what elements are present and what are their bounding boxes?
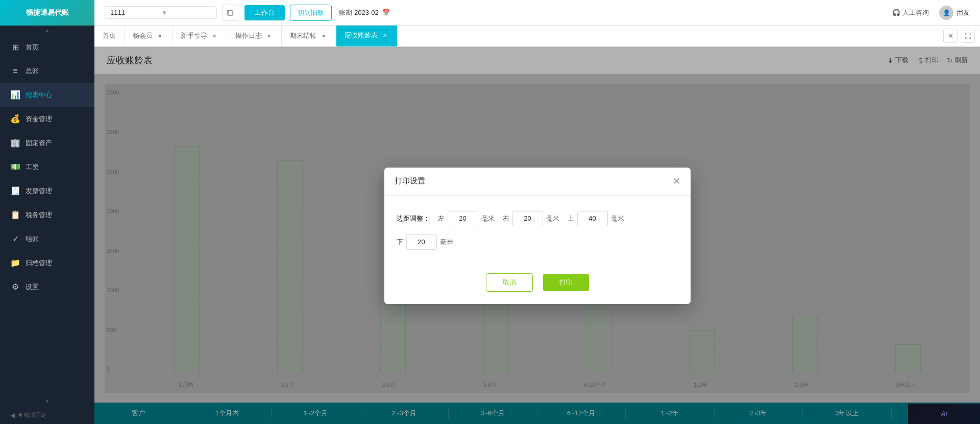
sidebar-label-tax: 税务管理 bbox=[26, 210, 52, 220]
sidebar-label-settings: 设置 bbox=[26, 282, 39, 292]
sidebar-item-reports[interactable]: 📊 报表中心 bbox=[0, 83, 94, 107]
bottom-label: 下 bbox=[397, 238, 403, 247]
sidebar-item-home[interactable]: ⊞ 首页 bbox=[0, 35, 94, 59]
sidebar-scroll-bottom[interactable]: ▼ bbox=[0, 396, 94, 406]
tab-oplog-label: 操作日志 bbox=[235, 31, 262, 40]
margin-right-input[interactable] bbox=[512, 211, 543, 226]
payroll-icon: 💵 bbox=[10, 162, 20, 172]
left-label: 左 bbox=[438, 214, 445, 223]
tab-aging[interactable]: 应收账龄表 ✕ bbox=[336, 26, 398, 46]
tabs-actions: ✕ ⛶ bbox=[943, 29, 980, 43]
tab-oplog-close[interactable]: ✕ bbox=[265, 32, 273, 40]
margin-left-group: 左 毫米 bbox=[438, 211, 495, 226]
confirm-print-button[interactable]: 打印 bbox=[543, 274, 589, 291]
tabs-bar: 首页 畅会员 ✕ 新手引导 ✕ 操作日志 ✕ 期末结转 ✕ 应收账龄表 ✕ bbox=[94, 26, 980, 47]
tab-home[interactable]: 首页 bbox=[94, 26, 125, 46]
company-selector[interactable]: 1111 ▾ bbox=[105, 6, 217, 19]
user-avatar: 👤 bbox=[939, 6, 953, 20]
sidebar-item-ledger[interactable]: ≡ 总账 bbox=[0, 59, 94, 83]
close-tab-button[interactable]: ✕ bbox=[943, 29, 958, 43]
tab-period-end[interactable]: 期末结转 ✕ bbox=[282, 26, 336, 46]
tab-guide[interactable]: 新手引导 ✕ bbox=[173, 26, 227, 46]
sidebar-item-invoice[interactable]: 🧾 发票管理 bbox=[0, 179, 94, 203]
sidebar-scroll-top[interactable]: ▲ bbox=[0, 26, 94, 35]
home-icon: ⊞ bbox=[10, 42, 20, 52]
sidebar-item-archive[interactable]: 📁 归档管理 bbox=[0, 251, 94, 275]
sidebar-item-payroll[interactable]: 💵 工资 bbox=[0, 155, 94, 179]
invoice-icon: 🧾 bbox=[10, 186, 20, 196]
dialog-footer: 取消 打印 bbox=[384, 265, 691, 304]
period-label: 账期 bbox=[339, 8, 352, 17]
ledger-icon: ≡ bbox=[10, 66, 20, 76]
top-header: 畅捷通易代账 1111 ▾ 工作台 切到旧版 账期 2023-02 📅 🎧 人工… bbox=[0, 0, 980, 26]
company-name: 1111 bbox=[110, 9, 159, 16]
bottom-unit: 毫米 bbox=[440, 238, 453, 247]
period-area: 账期 2023-02 📅 bbox=[339, 8, 390, 17]
margin-bottom-input[interactable] bbox=[406, 234, 437, 250]
page-content: 应收账龄表 ⬇ 下载 🖨 打印 ↻ 刷新 bbox=[94, 47, 980, 424]
margin-left-input[interactable] bbox=[448, 211, 478, 226]
collapse-icon: ◀ bbox=[10, 412, 15, 419]
company-dropdown-arrow: ▾ bbox=[163, 9, 211, 16]
sidebar-label-payroll: 工资 bbox=[26, 162, 39, 172]
workbench-button[interactable]: 工作台 bbox=[244, 5, 285, 20]
reports-icon: 📊 bbox=[10, 90, 20, 100]
sidebar-item-settings[interactable]: ⚙ 设置 bbox=[0, 275, 94, 299]
switch-version-button[interactable]: 切到旧版 bbox=[290, 5, 332, 21]
copy-icon bbox=[226, 9, 234, 17]
tab-member-label: 畅会员 bbox=[133, 31, 153, 40]
svg-rect-0 bbox=[228, 11, 233, 15]
user-name: 用友 bbox=[957, 8, 970, 17]
user-area[interactable]: 👤 用友 bbox=[939, 6, 970, 20]
sidebar-item-tax[interactable]: 📋 税务管理 bbox=[0, 203, 94, 227]
tab-guide-close[interactable]: ✕ bbox=[210, 32, 218, 40]
right-label: 右 bbox=[503, 214, 509, 223]
top-label: 上 bbox=[568, 214, 574, 223]
tab-period-end-close[interactable]: ✕ bbox=[320, 32, 328, 40]
right-unit: 毫米 bbox=[546, 214, 559, 223]
sidebar-item-assets[interactable]: 🏢 固定资产 bbox=[0, 131, 94, 155]
main-layout: ▲ ⊞ 首页 ≡ 总账 📊 报表中心 💰 资金管理 🏢 固定资产 💵 工资 🧾 bbox=[0, 26, 980, 424]
period-value: 2023-02 bbox=[354, 9, 379, 16]
sidebar-label-invoice: 发票管理 bbox=[26, 186, 52, 196]
sidebar-label-assets: 固定资产 bbox=[26, 138, 52, 148]
assets-icon: 🏢 bbox=[10, 138, 20, 148]
collapse-sidebar-button[interactable]: ◀ ◀ 收消固定 bbox=[0, 406, 94, 424]
archive-icon: 📁 bbox=[10, 258, 20, 268]
margin-settings-row: 边距调整： 左 毫米 右 毫米 bbox=[397, 211, 678, 250]
customer-service-label: 人工咨询 bbox=[902, 8, 929, 17]
print-settings-dialog: 打印设置 ✕ 边距调整： 左 毫米 右 bbox=[384, 168, 691, 304]
calendar-icon[interactable]: 📅 bbox=[382, 9, 390, 16]
maximize-tab-button[interactable]: ⛶ bbox=[961, 29, 975, 43]
sidebar-label-archive: 归档管理 bbox=[26, 258, 52, 268]
customer-service[interactable]: 🎧 人工咨询 bbox=[892, 8, 929, 17]
checkout-icon: ✓ bbox=[10, 234, 20, 244]
sidebar-label-funds: 资金管理 bbox=[26, 114, 52, 124]
left-unit: 毫米 bbox=[481, 214, 495, 223]
dialog-close-button[interactable]: ✕ bbox=[673, 176, 680, 187]
margin-adjust-label: 边距调整： bbox=[397, 214, 430, 223]
header-right: 🎧 人工咨询 👤 用友 bbox=[892, 6, 980, 20]
dialog-overlay: 打印设置 ✕ 边距调整： 左 毫米 右 bbox=[94, 47, 980, 424]
sidebar-item-funds[interactable]: 💰 资金管理 bbox=[0, 107, 94, 131]
tab-period-end-label: 期末结转 bbox=[290, 31, 316, 40]
dialog-body: 边距调整： 左 毫米 右 毫米 bbox=[384, 196, 691, 265]
sidebar-label-checkout: 结账 bbox=[26, 234, 39, 244]
copy-button[interactable] bbox=[222, 5, 238, 21]
tab-member[interactable]: 畅会员 ✕ bbox=[125, 26, 173, 46]
sidebar-label-ledger: 总账 bbox=[26, 66, 39, 76]
scroll-up-icon[interactable]: ▲ bbox=[45, 28, 50, 33]
scroll-down-icon[interactable]: ▼ bbox=[45, 398, 50, 404]
sidebar-label-reports: 报表中心 bbox=[26, 90, 52, 100]
sidebar-item-checkout[interactable]: ✓ 结账 bbox=[0, 227, 94, 251]
funds-icon: 💰 bbox=[10, 114, 20, 124]
sidebar: ▲ ⊞ 首页 ≡ 总账 📊 报表中心 💰 资金管理 🏢 固定资产 💵 工资 🧾 bbox=[0, 26, 94, 424]
tab-member-close[interactable]: ✕ bbox=[156, 32, 164, 40]
content-area: 首页 畅会员 ✕ 新手引导 ✕ 操作日志 ✕ 期末结转 ✕ 应收账龄表 ✕ bbox=[94, 26, 980, 424]
tab-aging-close[interactable]: ✕ bbox=[381, 31, 389, 39]
collapse-label: ◀ 收消固定 bbox=[17, 411, 46, 419]
margin-top-input[interactable] bbox=[577, 211, 608, 226]
cancel-button[interactable]: 取消 bbox=[486, 273, 533, 292]
tab-guide-label: 新手引导 bbox=[181, 31, 207, 40]
tab-oplog[interactable]: 操作日志 ✕ bbox=[227, 26, 282, 46]
